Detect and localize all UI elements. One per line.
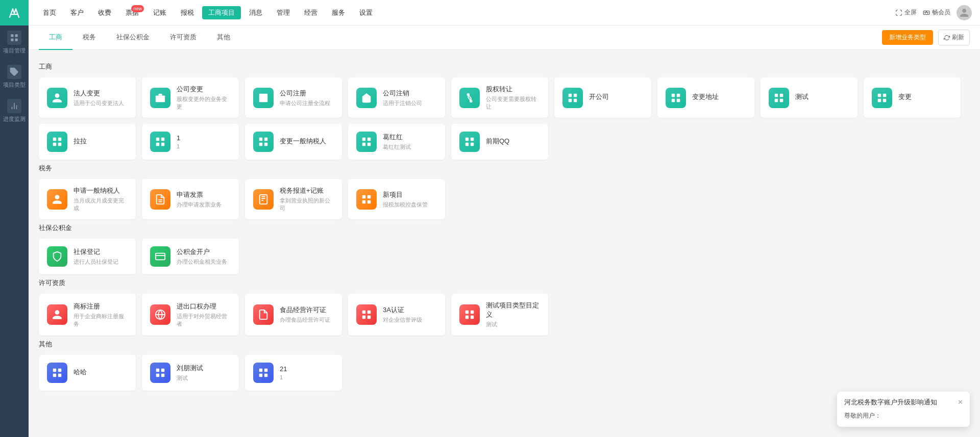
card-change[interactable]: 变更 [864,78,961,118]
new-type-button[interactable]: 新增业务类型 [882,30,933,45]
svg-rect-0 [11,34,13,37]
card-apply-invoice[interactable]: 申请发票 办理申请发票业务 [142,179,239,219]
content-area: 工商 税务 社保公积金 许可资质 其他 新增业务类型 刷新 工商 [29,25,980,437]
sidebar-logo[interactable] [0,0,29,25]
svg-rect-20 [677,93,680,96]
card-haha[interactable]: 哈哈 [39,355,136,391]
card-liupeng-test[interactable]: 刘朋测试 测试 [142,355,239,391]
nav-service[interactable]: 服务 [326,6,351,19]
card-one[interactable]: 1 1 [142,124,239,160]
svg-rect-66 [368,311,371,314]
svg-rect-24 [780,93,783,96]
card-twentyone[interactable]: 21 1 [245,355,342,391]
fullscreen-btn[interactable]: 全屏 [895,8,917,17]
card-change-taxpayer[interactable]: 变更一般纳税人 [245,124,342,160]
card-icon-import-export [150,304,170,325]
svg-rect-15 [569,93,572,96]
card-equity-transfer[interactable]: 股权转让 公司变更需要股权转让 [451,78,548,118]
svg-rect-69 [465,311,469,314]
section-title-xuke: 许可资质 [39,278,970,288]
card-icon-haha [47,363,67,383]
svg-rect-70 [471,311,474,314]
card-import-export[interactable]: 进出口权办理 适用于对外贸易经营者 [142,294,239,336]
sidebar-item-project-mgmt[interactable]: 项目管理 [0,25,29,60]
card-legal-change[interactable]: 法人变更 适用于公司变更法人 [39,78,136,118]
svg-rect-41 [259,143,262,146]
card-food-license[interactable]: 食品经营许可证 办理食品经营许可证 [245,294,342,336]
nav-manage[interactable]: 管理 [271,6,296,19]
card-icon-test-type-def [459,304,480,325]
card-title: 1 [177,134,231,142]
tab-other[interactable]: 其他 [207,25,240,50]
card-open-company[interactable]: 开公司 [554,78,651,118]
nav-invoice[interactable]: 票据 new [119,6,145,19]
notif-title: 河北税务数字账户升级影响通知 [844,398,937,407]
refresh-button[interactable]: 刷新 [938,30,970,45]
svg-rect-83 [259,374,262,377]
nav-tax[interactable]: 报税 [175,6,200,19]
card-icon-fund-open [150,246,170,267]
card-desc: 公司变更需要股权转让 [486,95,540,111]
sidebar-item-project-type[interactable]: 项目类型 [0,60,29,94]
card-gehonghong[interactable]: 葛红红 葛红红测试 [348,124,445,160]
card-icon-liupeng-test [150,363,170,383]
svg-rect-68 [368,316,371,319]
svg-rect-16 [574,93,577,96]
card-company-change[interactable]: 公司变更 股权变更外的业务变更 [142,78,239,118]
notif-header: 河北税务数字账户升级影响通知 × [844,398,963,407]
svg-rect-22 [677,98,680,101]
svg-rect-74 [58,369,61,372]
card-company-reg[interactable]: 公司注册 申请公司注册全流程 [245,78,342,118]
card-social-reg[interactable]: 社保登记 进行人员社保登记 [39,239,136,274]
notif-close-button[interactable]: × [958,398,963,407]
nav-billing[interactable]: 收费 [92,6,117,19]
svg-rect-34 [58,143,61,146]
tab-license[interactable]: 许可资质 [160,25,207,50]
nav-operation[interactable]: 经营 [298,6,324,19]
tab-tax[interactable]: 税务 [72,25,106,50]
nav-customer[interactable]: 客户 [64,6,90,19]
card-test-type-def[interactable]: 测试项目类型目定义 测试 [451,294,548,336]
section-title-gongshang: 工商 [39,62,970,71]
card-company-cancel[interactable]: 公司注销 适用于注销公司 [348,78,445,118]
nav-accounting[interactable]: 记账 [147,6,173,19]
card-aaa-cert[interactable]: 3A认证 对企业信誉评级 [348,294,445,336]
svg-rect-72 [471,316,474,319]
card-apply-taxpayer[interactable]: 申请一般纳税人 当月或次月成变更完成 [39,179,136,219]
card-test[interactable]: 测试 [761,78,857,118]
card-tax-report-account[interactable]: 税务报道+记账 拿到营业执照的新公司 [245,179,342,219]
card-desc: 申请公司注册全流程 [280,99,334,107]
card-icon-trademark-reg [47,304,67,325]
card-title: 21 [280,365,334,373]
svg-rect-61 [156,253,165,260]
svg-rect-28 [883,93,886,96]
card-icon-twentyone [253,363,274,383]
card-text-open-company: 开公司 [589,92,643,103]
avatar[interactable] [957,5,972,20]
card-lala[interactable]: 拉拉 [39,124,136,160]
vip-btn[interactable]: 畅会员 [923,8,950,17]
section-title-qita: 其他 [39,340,970,349]
svg-rect-49 [465,143,469,146]
card-change-address[interactable]: 变更地址 [657,78,754,118]
nav-message[interactable]: 消息 [243,6,268,19]
svg-rect-1 [15,34,18,37]
card-title: 申请一般纳税人 [74,186,128,195]
card-front-qq[interactable]: 前期QQ [451,124,548,160]
card-fund-open[interactable]: 公积金开户 办理公积金相关业务 [142,239,239,274]
card-title: 进出口权办理 [177,302,231,311]
svg-rect-31 [53,138,56,141]
tab-social[interactable]: 社保公积金 [106,25,160,50]
card-trademark-reg[interactable]: 商标注册 用于企业商标注册服务 [39,294,136,336]
sidebar-item-progress-monitor[interactable]: 进度监测 [0,94,29,128]
card-text-company-change: 公司变更 股权变更外的业务变更 [177,85,231,111]
tab-biz[interactable]: 工商 [39,25,72,50]
nav-home[interactable]: 首页 [37,6,62,19]
card-desc: 适用于公司变更法人 [74,99,128,107]
card-desc: 1 [177,143,231,149]
nav-bizproject[interactable]: 工商项目 [202,6,241,19]
card-text-legal-change: 法人变更 适用于公司变更法人 [74,89,128,107]
card-icon-change-address [666,88,686,108]
card-new-project[interactable]: 新项目 报税加税控盘保管 [348,179,445,219]
nav-settings[interactable]: 设置 [353,6,379,19]
